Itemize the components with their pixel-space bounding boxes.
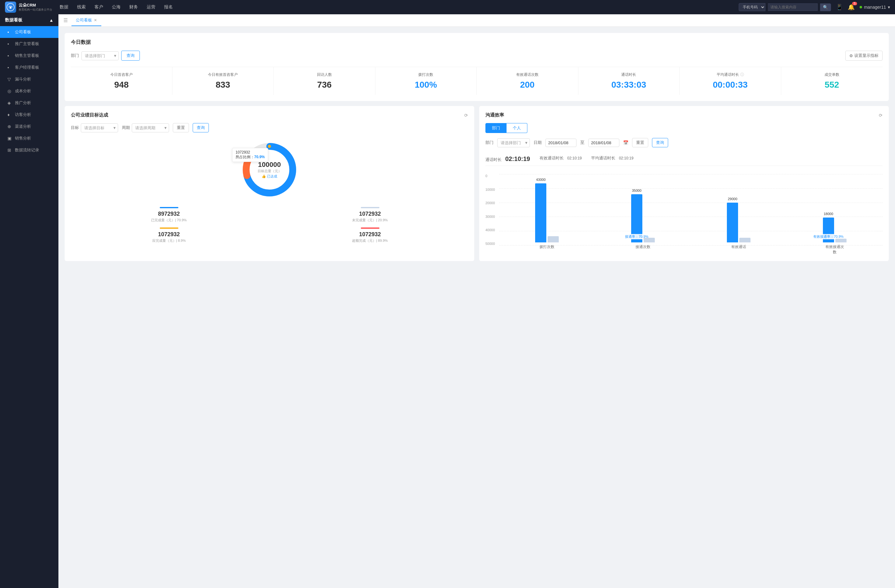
- nav-item-finance[interactable]: 财务: [129, 3, 138, 11]
- grid-line-50000: [499, 245, 883, 246]
- y-label-0: 0: [485, 174, 498, 178]
- logo-icon: [5, 2, 16, 13]
- metric-effective-calls-label: 有效通话次数: [481, 72, 574, 77]
- sidebar-item-channel[interactable]: ⊕ 渠道分析: [0, 121, 58, 132]
- nav-item-sea[interactable]: 公海: [112, 3, 121, 11]
- sidebar-item-label: 数据流转记录: [15, 147, 39, 153]
- efficiency-dept-select-wrapper: 请选择部门: [497, 138, 530, 147]
- efficiency-reset-button[interactable]: 重置: [632, 138, 648, 147]
- sidebar-item-promo-manager[interactable]: ▪ 推广主管看板: [0, 38, 58, 50]
- metric-effective-consult-value: 833: [176, 80, 270, 90]
- metric-deals-label: 成交单数: [785, 72, 879, 77]
- incomplete-label: 未完成量（元）| 20.9%: [272, 218, 468, 223]
- tab-btn-dept[interactable]: 部门: [485, 123, 507, 133]
- period-select[interactable]: 请选择周期: [132, 123, 169, 132]
- target-select-wrapper: 请选择目标: [81, 123, 118, 132]
- donut-tooltip: 1072932 所占比例：70.9%: [232, 148, 268, 162]
- dept-select[interactable]: 请选择部门: [82, 51, 119, 60]
- y-label-40000: 40000: [485, 228, 498, 232]
- nav-item-customers[interactable]: 客户: [94, 3, 103, 11]
- sidebar-item-visitor[interactable]: ♦ 访客分析: [0, 109, 58, 121]
- sidebar-item-sales-manager[interactable]: ▪ 销售主管看板: [0, 50, 58, 62]
- target-reset-button[interactable]: 重置: [173, 123, 189, 132]
- metric-effective-consult: 今日有效首咨客户 833: [173, 67, 274, 95]
- sidebar-item-funnel[interactable]: ▽ 漏斗分析: [0, 73, 58, 85]
- sidebar-item-data-transfer[interactable]: ⊞ 数据流转记录: [0, 144, 58, 156]
- tooltip-percent: 所占比例：70.9%: [235, 155, 265, 160]
- sidebar-item-promo-analysis[interactable]: ◈ 推广分析: [0, 97, 58, 109]
- tab-btn-personal[interactable]: 个人: [507, 123, 527, 133]
- donut-center-label: 100000 目标总量（元） 👍 已达成: [258, 161, 282, 179]
- search-type-select[interactable]: 手机号码: [739, 3, 765, 11]
- tab-company-board[interactable]: 公司看板 ✕: [71, 15, 101, 26]
- efficiency-query-button[interactable]: 查询: [652, 138, 668, 147]
- search-input[interactable]: [768, 3, 818, 11]
- donut-center-sublabel: 目标总量（元）: [258, 169, 282, 173]
- efficiency-date-separator: 至: [580, 140, 584, 145]
- target-select[interactable]: 请选择目标: [81, 123, 118, 132]
- visitor-icon: ♦: [8, 112, 12, 117]
- target-label: 目标: [71, 125, 79, 130]
- sidebar-item-sales-analysis[interactable]: ▣ 销售分析: [0, 132, 58, 144]
- sidebar-section-header[interactable]: 数据看板 ▲: [0, 14, 58, 26]
- period-label: 周期: [122, 125, 130, 130]
- target-panel-refresh-icon[interactable]: ⟳: [464, 113, 468, 118]
- mobile-icon[interactable]: 📱: [836, 4, 843, 11]
- tab-close-button[interactable]: ✕: [94, 18, 97, 23]
- sidebar: 数据看板 ▲ ▪ 公司看板 ▪ 推广主管看板 ▪ 销售主管看板 ▪ 客户经理看板…: [0, 14, 58, 588]
- over-complete-value: 1072932: [272, 231, 468, 238]
- nav-search: 手机号码 🔍: [739, 3, 831, 11]
- bar-effective-connect-secondary: [835, 239, 846, 242]
- bar-connect-secondary: [643, 238, 655, 242]
- settings-display-button[interactable]: ⚙ 设置显示指标: [845, 51, 883, 61]
- bar-label-effective-connect-top: 18000: [824, 212, 833, 216]
- bottom-panels: 公司业绩目标达成 ⟳ 目标 请选择目标: [65, 106, 889, 261]
- efficiency-refresh-icon[interactable]: ⟳: [879, 113, 883, 118]
- completed-bar: [160, 207, 178, 208]
- tab-menu-toggle[interactable]: ☰: [64, 17, 68, 23]
- calendar-icon[interactable]: 📅: [623, 140, 628, 145]
- metric-first-consult: 今日首咨客户 948: [71, 67, 173, 95]
- sidebar-item-company-board[interactable]: ▪ 公司看板: [0, 26, 58, 38]
- efficiency-dept-select[interactable]: 请选择部门: [497, 138, 530, 147]
- efficiency-date-to[interactable]: [588, 139, 619, 147]
- stat-effective-label: 有效通话时长: [540, 156, 564, 161]
- app-body: 数据看板 ▲ ▪ 公司看板 ▪ 推广主管看板 ▪ 销售主管看板 ▪ 客户经理看板…: [0, 14, 895, 588]
- sidebar-item-cost[interactable]: ◎ 成本分析: [0, 85, 58, 97]
- today-section-title: 今日数据: [71, 39, 883, 46]
- donut-achieved-label: 👍 已达成: [258, 174, 282, 179]
- user-dropdown-icon: ▾: [888, 5, 890, 10]
- search-button[interactable]: 🔍: [820, 3, 831, 11]
- notification-icon[interactable]: 🔔 5: [848, 4, 855, 11]
- target-query-button[interactable]: 查询: [193, 123, 209, 132]
- settings-icon: ⚙: [849, 53, 853, 58]
- target-filter-group: 目标 请选择目标: [71, 123, 118, 132]
- metric-effective-consult-label: 今日有效首咨客户: [176, 72, 270, 77]
- bar-connect-main: 接通率：70.9%: [631, 194, 642, 242]
- user-status-dot: [860, 6, 862, 8]
- top-navigation: 云朵CRM 教育机构一站式服务云平台 数据 线索 客户 公海 财务 运营 报名 …: [0, 0, 895, 14]
- over-complete-bar: [361, 227, 379, 229]
- efficiency-date-label: 日期: [534, 140, 542, 145]
- over-complete-label: 超额完成（元）| 89.9%: [272, 238, 468, 243]
- nav-item-data[interactable]: 数据: [60, 3, 68, 11]
- promo-manager-icon: ▪: [8, 41, 12, 46]
- user-menu[interactable]: manager11 ▾: [860, 5, 890, 10]
- bar-group-effective: 29000: [727, 203, 751, 242]
- nav-item-ops[interactable]: 运营: [147, 3, 155, 11]
- metric-dial-count: 拨打次数 100%: [375, 67, 477, 95]
- bar-label-connect-top: 35000: [632, 189, 642, 192]
- sidebar-item-label: 渠道分析: [15, 124, 31, 129]
- metric-call-duration-value: 03:33:03: [582, 80, 676, 90]
- bars-x-labels: 拨打次数 接通次数 有效通话 有效接通次数: [499, 244, 883, 255]
- nav-item-enroll[interactable]: 报名: [164, 3, 173, 11]
- sidebar-item-account-manager[interactable]: ▪ 客户经理看板: [0, 62, 58, 73]
- sidebar-item-label: 推广分析: [15, 100, 31, 106]
- metric-call-duration-label: 通话时长: [582, 72, 676, 77]
- efficiency-date-from[interactable]: [545, 139, 576, 147]
- efficiency-panel: 沟通效率 ⟳ 部门 个人 部门 请选择部门: [479, 106, 889, 261]
- bar-group-effective-connect: 18000 有效接通率：70.9%: [823, 218, 846, 242]
- metric-revisit-label: 回访人数: [278, 72, 372, 77]
- today-query-button[interactable]: 查询: [121, 51, 140, 61]
- nav-item-leads[interactable]: 线索: [77, 3, 86, 11]
